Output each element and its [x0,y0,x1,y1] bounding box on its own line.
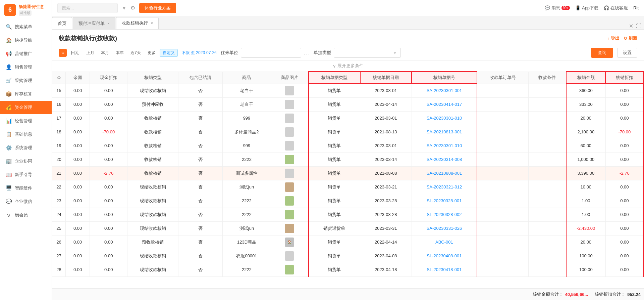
col-settings[interactable]: ⚙ [52,72,66,84]
cell-receipt-cond [528,249,566,263]
sidebar-label-marketing: 营销推广 [15,51,32,57]
tab-expand-icon[interactable]: ⛶ [636,23,641,29]
voucher-type-select[interactable]: ▼ [334,48,401,58]
sidebar-item-member[interactable]: V 畅会员 [0,208,52,222]
date-btn-this-year[interactable]: 本年 [113,49,126,56]
set-button[interactable]: 设置 [617,48,637,58]
cell-cancel-discount: -70.00 [605,125,644,139]
date-btn-last-month[interactable]: 上月 [84,49,97,56]
cell-receipt-cond [528,235,566,249]
online-service-button[interactable]: 🎧 在线客服 [604,5,628,11]
sidebar-item-marketing[interactable]: 📢 营销推广 [0,47,52,60]
cell-goods-img [271,221,309,235]
voucher-no-link[interactable]: SA-20210808-001 [427,171,462,176]
voucher-no-link[interactable]: SL-20230328-001 [427,198,462,203]
dropdown-icon[interactable]: ▼ [122,5,126,11]
filter-toggle-button[interactable]: » [59,49,67,57]
sidebar-item-purchase[interactable]: 🛒 采购管理 [0,74,52,87]
cell-voucher-date: 2021-08-13 [360,125,412,139]
sidebar-item-basic[interactable]: 📋 基础信息 [0,128,52,141]
expand-conditions-button[interactable]: ∨ 展开更多条件 [333,63,364,69]
tab-prepay-close[interactable]: × [107,21,110,26]
cell-voucher-no[interactable]: SA-20230414-017 [412,97,477,111]
cell-voucher-no[interactable]: SL-20230328-001 [412,194,477,208]
cell-cancel-discount: -2.76 [605,166,644,180]
tab-receipt-close[interactable]: × [151,21,153,26]
sidebar-item-search[interactable]: 🔍 搜索菜单 [0,20,52,34]
message-label: 消息 [551,5,560,11]
gear-icon[interactable]: ⚙ [130,5,135,11]
tab-receipt[interactable]: 收款核销执行 × [116,17,159,29]
sidebar-item-enterprise[interactable]: 🏢 企业协同 [0,155,52,168]
voucher-no-link[interactable]: SL-20230328-002 [427,212,462,217]
cell-voucher-date: 2023-03-28 [360,208,412,221]
cell-id: 25 [52,221,66,235]
cell-voucher-no[interactable]: SL-20230408-001 [412,249,477,263]
cell-voucher-no[interactable]: SA-20230314-008 [412,153,477,166]
enterprise-icon: 🏢 [5,158,12,165]
tab-home[interactable]: 首页 [52,17,72,29]
date-btn-more[interactable]: 更多 [145,49,158,56]
voucher-no-link[interactable]: SL-20230418-001 [427,267,462,272]
message-button[interactable]: 💬 消息 99+ [545,5,570,11]
voucher-no-link[interactable]: SA-20230321-012 [427,184,462,189]
cell-cancel-type: 现结收款核销 [127,249,178,263]
app-download-button[interactable]: 📱 App下载 [575,5,598,11]
service-label: 在线客服 [610,5,628,11]
sidebar: 6 畅捷通·好生意 标准版 🔍 搜索菜单 🏠 快捷导航 📢 营销推广 👤 销售管… [0,0,52,300]
cell-voucher-no[interactable]: SA-20230321-012 [412,180,477,194]
sidebar-item-finance[interactable]: 💰 资金管理 [0,101,52,114]
date-btn-custom[interactable]: 自定义 [160,49,178,57]
cell-voucher-no[interactable]: ABC-001 [412,235,477,249]
cell-voucher-no[interactable]: SA-20210808-001 [412,166,477,180]
tab-prepay[interactable]: 预付冲应付单 × [73,17,115,29]
sidebar-item-guide[interactable]: 📖 新手引导 [0,168,52,181]
cell-voucher-no[interactable]: SA-20230331-026 [412,221,477,235]
cell-voucher-no[interactable]: SA-20230301-010 [412,111,477,125]
sidebar-item-sales[interactable]: 👤 销售管理 [0,60,52,74]
voucher-no-link[interactable]: SA-20230331-026 [427,226,462,231]
cell-cancel-type: 预付冲应收 [127,97,178,111]
cell-balance: 0.00 [66,208,90,221]
voucher-no-link[interactable]: SA-20230301-010 [427,116,462,121]
cell-goods: 多计量商品2 [223,125,271,139]
cell-voucher-no[interactable]: SA-20230301-001 [412,84,477,97]
sidebar-item-operation[interactable]: 📊 经营管理 [0,114,52,128]
sidebar-item-nav[interactable]: 🏠 快捷导航 [0,34,52,47]
cell-goods: 123D商品 [223,235,271,249]
sidebar-label-nav: 快捷导航 [15,37,32,43]
cell-voucher-date: 2023-03-01 [360,111,412,125]
voucher-no-link[interactable]: SA-20230301-010 [427,143,462,148]
cell-include-settled: 否 [178,111,223,125]
sidebar-item-system[interactable]: ⚙️ 系统管理 [0,141,52,155]
date-btn-7days[interactable]: 近7天 [128,49,144,56]
from-unit-input[interactable] [241,48,301,58]
voucher-no-link[interactable]: SA-20230414-017 [427,102,462,107]
voucher-no-link[interactable]: SA-20210813-001 [427,129,462,134]
cell-cancel-type: 现结收款核销 [127,263,178,276]
voucher-no-link[interactable]: SA-20230314-008 [427,157,462,162]
sidebar-item-wechat[interactable]: 💬 企业微信 [0,195,52,208]
col-balance: 余额 [66,72,90,84]
cell-voucher-no[interactable]: SL-20230418-001 [412,263,477,276]
tab-close-all-icon[interactable]: ✕ [629,23,633,29]
query-button[interactable]: 查询 [591,48,613,58]
voucher-no-link[interactable]: ABC-001 [435,240,453,245]
solution-button[interactable]: 体验行业方案 [139,3,176,13]
voucher-no-link[interactable]: SL-20230408-001 [427,253,462,258]
cell-goods: 测试jun [223,221,271,235]
sidebar-item-inventory[interactable]: 📦 库存核算 [0,87,52,101]
user-name[interactable]: Rit [633,5,639,10]
cell-cancel-amount: 1.00 [566,194,605,208]
voucher-no-link[interactable]: SA-20230301-001 [427,88,462,93]
sidebar-item-hardware[interactable]: 🖥️ 智能硬件 [0,181,52,195]
cell-voucher-no[interactable]: SA-20210813-001 [412,125,477,139]
refresh-label: 刷新 [629,35,637,41]
cell-goods: 老白干 [223,97,271,111]
cell-voucher-no[interactable]: SA-20230301-010 [412,139,477,153]
export-button[interactable]: ↑ 导出 [607,35,620,41]
cell-receipt-cond [528,208,566,221]
refresh-button[interactable]: ↻ 刷新 [624,35,637,41]
cell-voucher-no[interactable]: SL-20230328-002 [412,208,477,221]
date-btn-this-month[interactable]: 本月 [98,49,112,56]
